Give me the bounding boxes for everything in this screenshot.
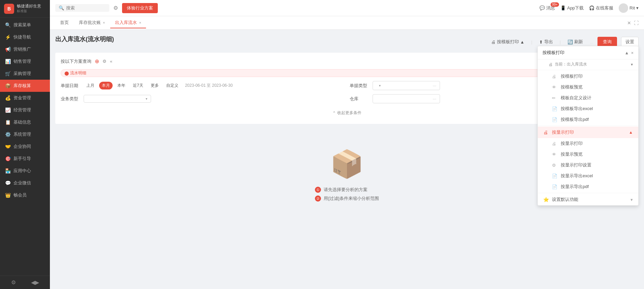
wechat-icon: 💬: [5, 180, 11, 186]
sidebar-item-operations[interactable]: 📈经营管理: [0, 104, 50, 116]
tab-batch-account[interactable]: 库存批次账 ×: [74, 18, 110, 28]
sidebar-item-quick-nav[interactable]: ⚡快捷导航: [0, 31, 50, 43]
dropdown-template-print[interactable]: 🖨 按模板打印: [538, 71, 638, 82]
page-top-actions: 🖨 按模板打印 ▲ | ⬆ 导出 | 🔄 刷新 ... 查询 设置: [489, 37, 639, 47]
tab-flow-detail-close[interactable]: ×: [139, 21, 141, 25]
filter-add-btn[interactable]: ⊕: [95, 58, 99, 64]
template-preview-icon: 👁: [552, 85, 557, 90]
dropdown-display-print[interactable]: 🖨 按显示打印: [538, 138, 638, 149]
print-icon: 🖨: [491, 40, 496, 45]
warehouse-select[interactable]: ···: [373, 94, 440, 103]
message-badge: 99+: [551, 2, 559, 7]
cooperation-icon: 🤝: [5, 144, 11, 149]
header-search-box[interactable]: 🔍: [55, 4, 109, 12]
display-excel-label: 按显示导出excel: [561, 173, 593, 179]
flow-tag-icon: ⬤: [64, 71, 69, 76]
date-opt-this-month[interactable]: 本月: [99, 82, 113, 89]
set-default-icon: ⭐: [543, 197, 549, 202]
sidebar-item-sales[interactable]: 📊销售管理: [0, 55, 50, 68]
date-opt-last-month[interactable]: 上月: [84, 82, 97, 89]
divider-top: [538, 70, 638, 70]
dropdown-template-preview[interactable]: 👁 按模板预览: [538, 82, 638, 93]
sidebar-collapse-btn[interactable]: ◀▶: [31, 279, 39, 286]
query-btn[interactable]: 查询: [597, 37, 617, 47]
empty-step-2: ② 用[过滤]条件来缩小分析范围: [315, 195, 379, 202]
type-select-more[interactable]: ···: [433, 83, 436, 88]
online-service-btn[interactable]: 🎧 在线客服: [589, 5, 613, 11]
user-menu[interactable]: Rit ▾: [619, 3, 639, 13]
dropdown-set-default[interactable]: ⭐ 设置默认功能 ▾: [538, 194, 638, 205]
date-opt-this-year[interactable]: 本年: [115, 82, 128, 89]
header-settings-icon[interactable]: ⚙: [113, 5, 118, 11]
empty-hint-2: 用[过滤]条件来缩小分析范围: [324, 195, 379, 202]
user-chevron-icon: ▾: [636, 5, 639, 10]
type-select[interactable]: ▾ ···: [373, 81, 440, 90]
dropdown-display-print-settings[interactable]: ⚙ 按显示打印设置: [538, 160, 638, 170]
sidebar-item-wechat[interactable]: 💬企业微信: [0, 177, 50, 189]
tab-flow-detail[interactable]: 出入库流水 ×: [110, 18, 146, 28]
display-pdf-label: 按显示导出pdf: [561, 184, 589, 190]
header-actions: 💬 消息 99+ 📱 App下载 🎧 在线客服 Rit ▾: [539, 3, 639, 13]
sidebar-nav: 🔍搜索菜单⚡快捷导航📢营销推广📊销售管理🛒采购管理📦库存核算💰资金管理📈经营管理…: [0, 18, 50, 275]
date-opt-more[interactable]: 更多: [148, 82, 162, 89]
tab-close-all-icon[interactable]: ✕: [627, 20, 631, 26]
sidebar-settings-btn[interactable]: ⚙: [11, 279, 16, 286]
export-btn[interactable]: ⬆ 导出: [536, 37, 556, 46]
trial-btn[interactable]: 体验行业方案: [122, 3, 158, 13]
dropdown-template-custom[interactable]: ✏ 模板自定义设计: [538, 93, 638, 103]
sidebar-item-cooperation[interactable]: 🤝企业协同: [0, 140, 50, 153]
display-group-icon: 🖨: [543, 130, 549, 135]
sidebar-item-finance[interactable]: 💰资金管理: [0, 92, 50, 104]
sidebar-item-basic-info[interactable]: 📋基础信息: [0, 116, 50, 128]
refresh-btn[interactable]: 🔄 刷新: [565, 37, 586, 46]
date-label: 单据日期: [61, 83, 81, 89]
top-header: 🔍 ⚙ 体验行业方案 💬 消息 99+ 📱 App下载 🎧 在线客服 Rit: [50, 0, 644, 16]
cooperation-label: 企业协同: [13, 143, 31, 150]
sidebar-item-marketing[interactable]: 📢营销推广: [0, 43, 50, 55]
display-group-collapse[interactable]: ▲: [629, 130, 633, 135]
sidebar-item-purchase[interactable]: 🛒采购管理: [0, 68, 50, 80]
export-icon: ⬆: [539, 40, 543, 45]
sidebar-item-search-menu[interactable]: 🔍搜索菜单: [0, 19, 50, 31]
dropdown-up-arrow[interactable]: ▲: [625, 50, 629, 55]
export-label: 导出: [544, 39, 553, 45]
tab-maximize-icon[interactable]: ⛶: [634, 20, 639, 26]
display-print-label: 按显示打印: [561, 140, 583, 147]
print-template-dropdown-btn[interactable]: 🖨 按模板打印 ▲: [489, 37, 527, 46]
tab-batch-account-close[interactable]: ×: [103, 21, 105, 25]
tabs-right-actions: ✕ ⛶: [627, 20, 639, 26]
sidebar-item-system[interactable]: ⚙️系统管理: [0, 128, 50, 140]
warehouse-select-more[interactable]: ···: [433, 96, 436, 101]
dropdown-display-preview[interactable]: 👁 按显示预览: [538, 149, 638, 160]
search-input[interactable]: [66, 5, 100, 10]
date-opt-custom[interactable]: 自定义: [164, 82, 181, 89]
app-download-label: App下载: [567, 5, 584, 11]
date-opt-7days[interactable]: 近7天: [130, 82, 146, 89]
flow-tag-label: 流水明细: [70, 70, 86, 76]
step-num-1: ①: [315, 187, 321, 193]
app-download-btn[interactable]: 📱 App下载: [560, 5, 584, 11]
dropdown-template-pdf[interactable]: 📄 按模板导出pdf: [538, 114, 638, 125]
business-select[interactable]: ▾: [84, 95, 151, 103]
sidebar-item-member[interactable]: 👑畅会员: [0, 189, 50, 201]
sidebar-item-inventory[interactable]: 📦库存核算: [0, 80, 50, 92]
settings-btn[interactable]: 设置: [621, 37, 639, 47]
dropdown-close-icon[interactable]: ×: [631, 50, 634, 55]
dropdown-display-pdf[interactable]: 📄 按显示导出pdf: [538, 181, 638, 192]
tab-home[interactable]: 首页: [55, 18, 74, 28]
filter-settings-icon[interactable]: ⚙: [103, 59, 107, 64]
dropdown-template-excel[interactable]: 📄 按模板导出excel: [538, 103, 638, 114]
display-print-settings-icon: ⚙: [552, 163, 557, 168]
message-btn[interactable]: 💬 消息 99+: [539, 5, 555, 11]
app-name: 畅捷通好生意: [17, 4, 41, 9]
divider-bottom: [538, 193, 638, 193]
business-label: 业务类型: [61, 96, 81, 102]
sidebar-item-guide[interactable]: 🎯新手引导: [0, 153, 50, 165]
collapse-label: 收起更多条件: [337, 110, 361, 116]
dropdown-display-print-group[interactable]: 🖨 按显示打印 ▲: [538, 127, 638, 138]
dropdown-header: 按模板打印 ▲ ×: [538, 46, 638, 59]
filter-collapse-icon[interactable]: «: [110, 59, 112, 64]
dropdown-display-excel[interactable]: 📄 按显示导出excel: [538, 170, 638, 181]
sidebar-item-app-center[interactable]: 🏪应用中心: [0, 165, 50, 177]
display-preview-icon: 👁: [552, 152, 557, 157]
